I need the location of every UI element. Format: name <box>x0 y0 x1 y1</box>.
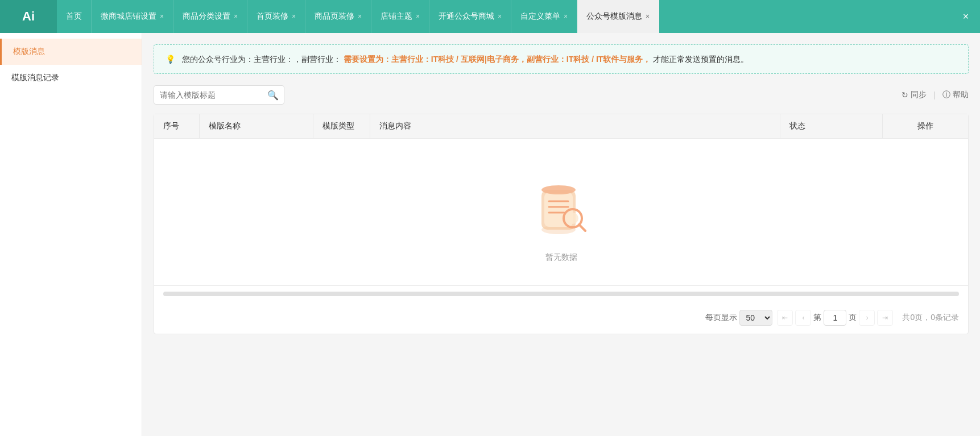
sync-button[interactable]: ↻ 同步 <box>902 90 927 100</box>
global-close-button[interactable]: × <box>952 0 980 33</box>
help-button[interactable]: ⓘ 帮助 <box>942 90 969 100</box>
sidebar-item-template-msg[interactable]: 模版消息 <box>0 39 142 65</box>
table-header: 序号模版名称模版类型消息内容状态操作 <box>154 114 968 139</box>
main-layout: 模版消息模版消息记录 💡 您的公众号行业为：主营行业：，副营行业： 需要设置为：… <box>0 33 980 436</box>
search-input-wrap: 🔍 <box>154 85 284 105</box>
pagination: 每页显示 50 20 100 ⇤ ‹ 第 页 › ⇥ 共0页，0条记录 <box>154 302 968 334</box>
sync-icon: ↻ <box>902 90 908 99</box>
page-before-label: 第 <box>813 313 821 323</box>
tab-label: 公众号模版消息 <box>586 11 642 22</box>
search-bar: 🔍 ↻ 同步 | ⓘ 帮助 <box>154 85 969 105</box>
page-controls: ⇤ ‹ 第 页 › ⇥ <box>777 310 893 326</box>
tab-store-settings[interactable]: 微商城店铺设置× <box>92 0 173 33</box>
scrollbar-track[interactable] <box>163 292 959 296</box>
tab-label: 首页 <box>66 11 82 22</box>
prev-page-button[interactable]: ‹ <box>795 310 811 326</box>
svg-line-9 <box>579 225 585 231</box>
empty-icon <box>527 173 596 241</box>
svg-point-8 <box>567 213 578 224</box>
toolbar-divider: | <box>933 90 936 99</box>
th-seq: 序号 <box>154 114 200 138</box>
th-status: 状态 <box>780 114 883 138</box>
content-area: 💡 您的公众号行业为：主营行业：，副营行业： 需要设置为：主营行业：IT科技 /… <box>142 33 980 436</box>
help-label: 帮助 <box>953 90 969 100</box>
search-bar-right: ↻ 同步 | ⓘ 帮助 <box>902 90 969 100</box>
help-icon: ⓘ <box>942 90 950 100</box>
scrollbar-area <box>154 285 968 302</box>
tab-template-msg[interactable]: 公众号模版消息× <box>577 0 659 33</box>
th-type: 模版类型 <box>313 114 370 138</box>
tab-close-button[interactable]: × <box>416 13 420 20</box>
bulb-icon: 💡 <box>166 55 175 64</box>
sidebar: 模版消息模版消息记录 <box>0 33 142 436</box>
svg-point-6 <box>541 185 576 194</box>
top-nav: Ai 首页微商城店铺设置×商品分类设置×首页装修×商品页装修×店铺主题×开通公众… <box>0 0 980 33</box>
tab-product-decor[interactable]: 商品页装修× <box>305 0 371 33</box>
tab-bar: 首页微商城店铺设置×商品分类设置×首页装修×商品页装修×店铺主题×开通公众号商城… <box>57 0 952 33</box>
per-page-select[interactable]: 50 20 100 <box>739 310 772 326</box>
tab-store-theme[interactable]: 店铺主题× <box>371 0 429 33</box>
first-page-button[interactable]: ⇤ <box>777 310 793 326</box>
empty-state: 暂无数据 <box>154 139 968 285</box>
page-after-label: 页 <box>849 313 857 323</box>
logo: Ai <box>0 0 57 33</box>
tab-label: 自定义菜单 <box>520 11 560 22</box>
tab-label: 首页装修 <box>257 11 288 22</box>
tab-close-button[interactable]: × <box>358 13 362 20</box>
tab-label: 店铺主题 <box>381 11 412 22</box>
total-info: 共0页，0条记录 <box>902 313 959 323</box>
th-content: 消息内容 <box>370 114 780 138</box>
tab-close-button[interactable]: × <box>292 13 296 20</box>
search-input[interactable] <box>154 85 284 105</box>
tab-label: 商品页装修 <box>315 11 354 22</box>
tab-close-button[interactable]: × <box>646 13 650 20</box>
last-page-button[interactable]: ⇥ <box>877 310 893 326</box>
sidebar-item-label: 模版消息 <box>13 47 45 56</box>
notice-highlight: 需要设置为：主营行业：IT科技 / 互联网|电子商务，副营行业：IT科技 / I… <box>344 55 651 64</box>
tab-label: 开通公众号商城 <box>439 11 494 22</box>
tab-label: 微商城店铺设置 <box>101 11 156 22</box>
notice-banner: 💡 您的公众号行业为：主营行业：，副营行业： 需要设置为：主营行业：IT科技 /… <box>154 44 969 74</box>
tab-home[interactable]: 首页 <box>57 0 92 33</box>
sync-label: 同步 <box>911 90 927 100</box>
tab-label: 商品分类设置 <box>183 11 230 22</box>
notice-text2: 才能正常发送预置的消息。 <box>653 55 749 64</box>
per-page-label: 每页显示 <box>705 313 737 323</box>
page-size-select: 每页显示 50 20 100 <box>705 310 772 326</box>
table-container: 序号模版名称模版类型消息内容状态操作 <box>154 114 969 334</box>
tab-close-button[interactable]: × <box>564 13 568 20</box>
empty-text: 暂无数据 <box>545 252 577 263</box>
sidebar-item-label: 模版消息记录 <box>11 73 59 82</box>
tab-custom-menu[interactable]: 自定义菜单× <box>511 0 577 33</box>
current-page-input[interactable] <box>824 310 846 326</box>
next-page-button[interactable]: › <box>859 310 875 326</box>
tab-open-mall[interactable]: 开通公众号商城× <box>429 0 511 33</box>
tab-close-button[interactable]: × <box>234 13 238 20</box>
search-icon[interactable]: 🔍 <box>267 90 279 101</box>
th-action: 操作 <box>883 114 968 138</box>
search-bar-left: 🔍 <box>154 85 284 105</box>
tab-homepage-decor[interactable]: 首页装修× <box>247 0 305 33</box>
th-name: 模版名称 <box>200 114 313 138</box>
tab-close-button[interactable]: × <box>498 13 502 20</box>
tab-close-button[interactable]: × <box>160 13 164 20</box>
sidebar-item-template-msg-records[interactable]: 模版消息记录 <box>0 65 142 91</box>
tab-category-settings[interactable]: 商品分类设置× <box>173 0 247 33</box>
notice-text1: 您的公众号行业为：主营行业：，副营行业： <box>182 55 341 64</box>
